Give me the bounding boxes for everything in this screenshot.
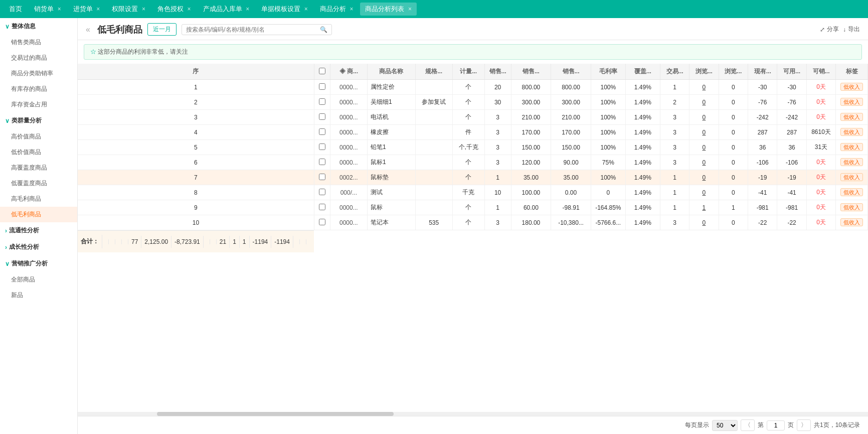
sidebar-group-cluster[interactable]: ∨ 类群量分析 — [0, 112, 77, 129]
row-checkbox[interactable] — [319, 113, 325, 120]
cell-check[interactable] — [314, 125, 330, 140]
cell-avail: -22 — [777, 215, 806, 230]
cell-view1[interactable]: 0 — [689, 80, 719, 95]
sidebar-item-capital[interactable]: 库存资金占用 — [0, 97, 77, 112]
cell-view1[interactable]: 0 — [689, 185, 719, 200]
cell-view1[interactable]: 0 — [689, 215, 719, 230]
row-checkbox[interactable] — [319, 98, 325, 105]
cell-check[interactable] — [314, 215, 330, 230]
sidebar-item-all-goods[interactable]: 全部商品 — [0, 272, 77, 287]
row-checkbox[interactable] — [319, 204, 325, 210]
cell-gross-rate: 100% — [591, 95, 625, 110]
cell-check[interactable] — [314, 185, 330, 200]
export-button[interactable]: ↓ 导出 — [843, 25, 860, 34]
cell-name: 鼠标 — [367, 200, 415, 215]
nav-template[interactable]: 单据模板设置 × — [256, 3, 313, 16]
search-input[interactable] — [186, 26, 320, 33]
share-button[interactable]: ⤢ 分享 — [820, 25, 839, 34]
cell-sale-days: 0天 — [806, 170, 835, 185]
cell-view1[interactable]: 0 — [689, 125, 719, 140]
sidebar-item-category-rate[interactable]: 商品分类助销率 — [0, 66, 77, 81]
row-checkbox[interactable] — [319, 143, 325, 150]
nav-roles[interactable]: 角色授权 × — [152, 3, 196, 16]
page-number-input[interactable] — [767, 420, 785, 430]
cell-avail: -981 — [777, 200, 806, 215]
scroll-thumb[interactable] — [157, 412, 394, 416]
sidebar-item-sales-goods[interactable]: 销售类商品 — [0, 35, 77, 50]
sidebar-group-marketing[interactable]: ∨ 营销推广分析 — [0, 255, 77, 272]
prev-page-button[interactable]: 〈 — [741, 419, 755, 431]
sidebar-item-traded-goods[interactable]: 交易过的商品 — [0, 50, 77, 66]
row-checkbox[interactable] — [319, 159, 325, 165]
content-area: « 低毛利商品 近一月 🔍 ⤢ 分享 ↓ 导出 ☆ 这部分商品的利润非常低， — [78, 18, 868, 434]
footer-sale-qty: 77 — [128, 236, 141, 248]
sidebar-group-cluster-label: 类群量分析 — [12, 116, 42, 125]
cell-sale-qty: 3 — [484, 140, 511, 155]
cell-check[interactable] — [314, 200, 330, 215]
sidebar-item-high-coverage[interactable]: 高覆盖度商品 — [0, 160, 77, 176]
cell-tag: 低收入 — [836, 80, 868, 95]
cell-tag: 低收入 — [836, 110, 868, 125]
cell-stock: -41 — [748, 185, 777, 200]
nav-analysis-list[interactable]: 商品分析列表 × — [360, 3, 417, 16]
sidebar-item-low-coverage[interactable]: 低覆盖度商品 — [0, 176, 77, 191]
cell-sale-amt: 800.00 — [551, 80, 591, 95]
cell-view1[interactable]: 0 — [689, 110, 719, 125]
tag-badge: 低收入 — [840, 98, 863, 106]
search-icon[interactable]: 🔍 — [320, 26, 327, 33]
cell-view1[interactable]: 0 — [689, 140, 719, 155]
nav-home[interactable]: 首页 — [4, 3, 27, 16]
cell-unit: 个 — [452, 80, 484, 95]
cell-tag: 低收入 — [836, 215, 868, 230]
next-page-button[interactable]: 〉 — [797, 419, 811, 431]
cell-num: 10 — [78, 215, 314, 230]
row-checkbox[interactable] — [319, 189, 325, 195]
select-all-checkbox[interactable] — [319, 68, 325, 74]
cell-check[interactable] — [314, 170, 330, 185]
sidebar-group-growth[interactable]: › 成长性分析 — [0, 239, 77, 255]
cell-check[interactable] — [314, 155, 330, 170]
cell-view1[interactable]: 0 — [689, 170, 719, 185]
cell-gross-rate: 100% — [591, 140, 625, 155]
col-header-check[interactable] — [314, 64, 330, 80]
nav-analysis[interactable]: 商品分析 × — [315, 3, 359, 16]
cell-check[interactable] — [314, 140, 330, 155]
cell-view1[interactable]: 0 — [689, 95, 719, 110]
nav-sales[interactable]: 销货单 × — [29, 3, 66, 16]
footer-empty-days — [293, 239, 300, 244]
sidebar-group-liquidity[interactable]: › 流通性分析 — [0, 222, 77, 239]
cell-check[interactable] — [314, 80, 330, 95]
sidebar-group-growth-label: 成长性分析 — [9, 243, 39, 251]
sidebar-item-low-value[interactable]: 低价值商品 — [0, 144, 77, 160]
cell-sale-price: 170.00 — [511, 125, 551, 140]
sidebar-group-overview[interactable]: ∨ 整体信息 — [0, 18, 77, 35]
cell-check[interactable] — [314, 110, 330, 125]
cell-num: 1 — [78, 80, 314, 95]
horizontal-scrollbar[interactable] — [78, 412, 868, 416]
page-size-select[interactable]: 50 20 100 — [712, 420, 738, 431]
page-label: 第 — [758, 421, 764, 429]
sidebar-item-in-stock[interactable]: 有库存的商品 — [0, 81, 77, 97]
nav-permissions[interactable]: 权限设置 × — [107, 3, 150, 16]
row-checkbox[interactable] — [319, 83, 325, 90]
tag-badge: 低收入 — [840, 113, 863, 121]
cell-avail: -19 — [777, 170, 806, 185]
row-checkbox[interactable] — [319, 174, 325, 180]
row-checkbox[interactable] — [319, 128, 325, 135]
table-container[interactable]: 序 ◈ 商... 商品名称 规格... 计量... 销售... 销售... 销售… — [78, 64, 868, 412]
filter-recent-month[interactable]: 近一月 — [147, 23, 177, 36]
nav-purchase[interactable]: 进货单 × — [68, 3, 105, 16]
cell-num: 3 — [78, 110, 314, 125]
collapse-sidebar-icon[interactable]: « — [86, 25, 90, 34]
sidebar-item-high-value[interactable]: 高价值商品 — [0, 129, 77, 144]
nav-products-in[interactable]: 产成品入库单 × — [198, 3, 255, 16]
cell-gross-rate: -164.85% — [591, 200, 625, 215]
cell-view1[interactable]: 0 — [689, 155, 719, 170]
cell-sale-amt: 300.00 — [551, 95, 591, 110]
cell-check[interactable] — [314, 95, 330, 110]
sidebar-item-low-margin[interactable]: 低毛利商品 — [0, 207, 77, 222]
sidebar-item-new-goods[interactable]: 新品 — [0, 287, 77, 303]
cell-view1[interactable]: 1 — [689, 200, 719, 215]
row-checkbox[interactable] — [319, 219, 325, 225]
sidebar-item-high-margin[interactable]: 高毛利商品 — [0, 191, 77, 207]
